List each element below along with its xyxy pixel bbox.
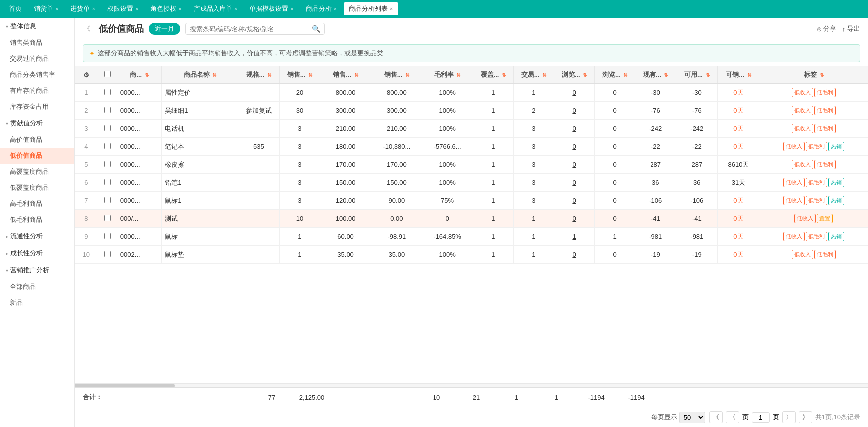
th-settings[interactable]: ⚙ [75, 66, 98, 84]
row-checkbox[interactable] [104, 233, 111, 239]
row-checkbox[interactable] [104, 179, 111, 185]
td-checkbox[interactable] [98, 156, 117, 174]
close-icon[interactable]: × [55, 6, 58, 12]
td-view1[interactable]: 0 [554, 156, 594, 174]
view1-value[interactable]: 0 [572, 215, 576, 222]
sidebar-item-category-rate[interactable]: 商品分类销售率 [0, 67, 74, 83]
sidebar-group-flow[interactable]: ▸ 流通性分析 [0, 228, 74, 245]
sidebar-item-new-goods[interactable]: 新品 [0, 295, 74, 311]
th-spec[interactable]: 规格... ⇅ [238, 66, 279, 84]
export-button[interactable]: ↑ 导出 [842, 24, 861, 33]
sidebar-item-sales-goods[interactable]: 销售类商品 [0, 35, 74, 51]
per-page-select[interactable]: 50 100 200 [679, 412, 705, 423]
view1-value[interactable]: 0 [572, 197, 576, 204]
sidebar-item-low-value[interactable]: 低价值商品 [0, 148, 74, 164]
sidebar-group-overall[interactable]: ▾ 整体信息 [0, 18, 74, 35]
th-cover[interactable]: 覆盖... ⇅ [473, 66, 513, 84]
table-scrollbar[interactable] [75, 383, 868, 387]
close-icon[interactable]: × [290, 6, 293, 12]
search-icon[interactable]: 🔍 [312, 25, 320, 33]
td-view1[interactable]: 0 [554, 174, 594, 192]
nav-sales[interactable]: 销货单 × [29, 2, 63, 15]
td-view1[interactable]: 1 [554, 228, 594, 246]
next-page-button[interactable]: 〉 [782, 411, 796, 423]
td-view1[interactable]: 0 [554, 138, 594, 156]
th-sale3[interactable]: 销售... ⇅ [371, 66, 422, 84]
search-input[interactable] [190, 25, 309, 33]
nav-purchase[interactable]: 进货单 × [65, 2, 100, 15]
select-all-checkbox[interactable] [104, 71, 111, 77]
row-checkbox[interactable] [104, 143, 111, 149]
th-name[interactable]: 商品名称 ⇅ [162, 66, 238, 84]
close-icon[interactable]: × [334, 6, 337, 12]
close-icon[interactable]: × [390, 6, 393, 12]
row-checkbox[interactable] [104, 125, 111, 131]
sidebar-item-all-goods[interactable]: 全部商品 [0, 279, 74, 295]
th-saleable[interactable]: 可销... ⇅ [718, 66, 759, 84]
nav-analysis[interactable]: 商品分析 × [301, 2, 342, 15]
sidebar-item-high-value[interactable]: 高价值商品 [0, 132, 74, 148]
collapse-button[interactable]: 《 [83, 24, 91, 34]
nav-role[interactable]: 角色授权 × [145, 2, 186, 15]
share-button[interactable]: ⎋ 分享 [817, 24, 836, 33]
view1-value[interactable]: 0 [572, 107, 576, 114]
td-checkbox[interactable] [98, 192, 117, 210]
td-checkbox[interactable] [98, 84, 117, 102]
sidebar-item-high-margin[interactable]: 高毛利商品 [0, 196, 74, 212]
row-checkbox[interactable] [104, 161, 111, 167]
th-tags[interactable]: 标签 ⇅ [759, 66, 868, 84]
td-checkbox[interactable] [98, 120, 117, 138]
close-icon[interactable]: × [92, 6, 95, 12]
close-icon[interactable]: × [234, 6, 237, 12]
view1-value[interactable]: 0 [572, 179, 576, 186]
nav-template[interactable]: 单据模板设置 × [244, 2, 298, 15]
view1-value[interactable]: 0 [572, 251, 576, 258]
td-view1[interactable]: 0 [554, 246, 594, 264]
th-view1[interactable]: 浏览... ⇅ [554, 66, 594, 84]
view1-value[interactable]: 0 [572, 161, 576, 168]
nav-permission[interactable]: 权限设置 × [102, 2, 143, 15]
td-checkbox[interactable] [98, 210, 117, 228]
td-checkbox[interactable] [98, 174, 117, 192]
sidebar-item-high-cover[interactable]: 高覆盖度商品 [0, 164, 74, 180]
close-icon[interactable]: × [178, 6, 181, 12]
td-checkbox[interactable] [98, 102, 117, 120]
nav-analysis-list[interactable]: 商品分析列表 × [344, 2, 398, 15]
view1-value[interactable]: 0 [572, 143, 576, 150]
row-checkbox[interactable] [104, 251, 111, 257]
th-sale1[interactable]: 销售... ⇅ [279, 66, 320, 84]
td-view1[interactable]: 0 [554, 192, 594, 210]
sidebar-item-low-cover[interactable]: 低覆盖度商品 [0, 180, 74, 196]
row-checkbox[interactable] [104, 89, 111, 95]
sidebar-item-traded-goods[interactable]: 交易过的商品 [0, 51, 74, 67]
th-gross-rate[interactable]: 毛利率 ⇅ [422, 66, 473, 84]
sidebar-item-stock-capital[interactable]: 库存资金占用 [0, 99, 74, 115]
close-icon[interactable]: × [135, 6, 138, 12]
row-checkbox[interactable] [104, 197, 111, 203]
th-checkbox[interactable] [98, 66, 117, 84]
sidebar-item-low-margin[interactable]: 低毛利商品 [0, 212, 74, 228]
page-number-input[interactable] [752, 412, 770, 423]
th-available[interactable]: 可用... ⇅ [676, 66, 718, 84]
th-sale2[interactable]: 销售... ⇅ [320, 66, 371, 84]
prev-page-button[interactable]: 〈 [726, 411, 739, 423]
sidebar-group-growth[interactable]: ▸ 成长性分析 [0, 245, 74, 262]
view1-value[interactable]: 0 [572, 125, 576, 132]
view1-value[interactable]: 1 [572, 233, 576, 240]
th-code[interactable]: 商... ⇅ [117, 66, 161, 84]
row-checkbox[interactable] [104, 107, 111, 113]
sidebar-group-contribution[interactable]: ▾ 贡献值分析 [0, 115, 74, 132]
nav-product-in[interactable]: 产成品入库单 × [189, 2, 242, 15]
sidebar-item-stock-goods[interactable]: 有库存的商品 [0, 83, 74, 99]
th-trade[interactable]: 交易... ⇅ [513, 66, 554, 84]
td-view1[interactable]: 0 [554, 210, 594, 228]
td-checkbox[interactable] [98, 228, 117, 246]
th-current[interactable]: 现有... ⇅ [635, 66, 676, 84]
nav-home[interactable]: 首页 [4, 2, 27, 15]
period-button[interactable]: 近一月 [149, 23, 180, 35]
row-checkbox[interactable] [104, 215, 111, 221]
td-view1[interactable]: 0 [554, 102, 594, 120]
td-view1[interactable]: 0 [554, 84, 594, 102]
table-container[interactable]: ⚙ 商... ⇅ 商品名称 ⇅ 规格... ⇅ 销售... ⇅ 销售... ⇅ … [75, 66, 868, 383]
sidebar-group-marketing[interactable]: ▾ 营销推广分析 [0, 262, 74, 279]
